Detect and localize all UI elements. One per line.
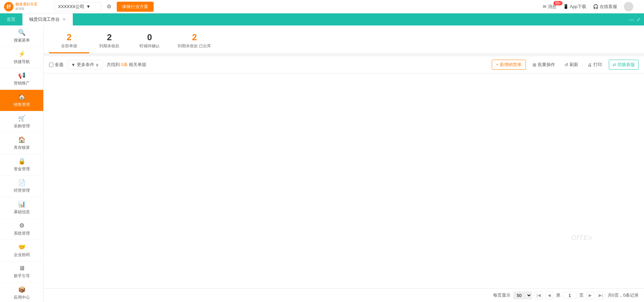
sidebar-operations-label: 经营管理 [14, 188, 30, 193]
page-number-input[interactable] [563, 292, 577, 299]
refresh-icon: ↺ [565, 62, 568, 67]
sidebar-item-operations[interactable]: 📄 经营管理 [0, 176, 43, 197]
enterprise-icon: 🤝 [18, 243, 25, 251]
finance-icon: 🔒 [18, 158, 25, 165]
main-layout: 🔍 搜索菜单 ⚡ 快捷导航 📢 营销推广 🏠 销售管理 🛒 采购管理 🏠 库存核… [0, 25, 644, 302]
table-area [44, 73, 644, 288]
add-order-button[interactable]: + 新增销货单 [492, 60, 526, 70]
refresh-label: 刷新 [570, 62, 578, 68]
quick-nav-icon: ⚡ [18, 50, 25, 58]
card-shipped-overdue[interactable]: 2 到期未收款 已出库 [170, 29, 219, 53]
top-right-area: ✉ 消息 99+ 📱 App下载 🎧 在线客服 [543, 2, 640, 11]
nav-tabs: 首页 钱货日清工作台 ✕ — ⤢ [0, 13, 644, 25]
company-name: XXXXXX公司 [58, 4, 84, 10]
switch-version-button[interactable]: ⇄ 切换新版 [609, 60, 639, 70]
guide-icon: 🖥 [19, 265, 25, 272]
toolbar: 全选 ▼ 更多条件 ∨ 共找到 0条 相关单据 + 新增销货单 ⊞ 批量操作 ↺ [44, 56, 644, 73]
sidebar-item-base-info[interactable]: 📊 基础信息 [0, 197, 43, 219]
top-bar: 好 畅捷通好生意 标准版 XXXXXX公司 ▼ ⚙ 体验行业方案 ✉ 消息 99… [0, 0, 644, 13]
card-overdue-receivable[interactable]: 2 到期未收款 [89, 29, 129, 53]
filter-button[interactable]: ▼ 更多条件 ∨ [67, 60, 103, 69]
next-page-button[interactable]: ▶ [586, 291, 594, 299]
message-button[interactable]: ✉ 消息 99+ [543, 4, 556, 10]
logo-area: 好 畅捷通好生意 标准版 [4, 2, 48, 11]
prev-page-button[interactable]: ◀ [545, 291, 553, 299]
sidebar-system-label: 系统管理 [14, 231, 30, 236]
card-all-orders[interactable]: 2 全部单据 [49, 29, 89, 53]
tab-home[interactable]: 首页 [0, 13, 22, 25]
sidebar-baseinfo-label: 基础信息 [14, 209, 30, 215]
page-size-select[interactable]: 50 10 20 100 [513, 292, 532, 299]
sidebar-item-sales[interactable]: 🏠 销售管理 [0, 90, 43, 111]
batch-icon: ⊞ [533, 62, 536, 67]
tab-home-label: 首页 [7, 16, 15, 22]
search-icon: 🔍 [18, 29, 25, 36]
sidebar-search-label: 搜索菜单 [14, 38, 30, 43]
app-download-label: App下载 [570, 4, 586, 10]
sidebar-purchase-label: 采购管理 [14, 123, 30, 129]
sidebar-item-enterprise[interactable]: 🤝 企业协同 [0, 240, 43, 261]
batch-operation-button[interactable]: ⊞ 批量操作 [530, 60, 558, 69]
card-shipped-label: 到期未收款 已出库 [178, 43, 211, 49]
tab-close-icon[interactable]: ✕ [62, 17, 66, 22]
sidebar-item-inventory[interactable]: 🏠 库存核算 [0, 133, 43, 154]
found-prefix: 共找到 [107, 62, 120, 67]
select-all-label: 全选 [55, 62, 63, 68]
sidebar-item-quick-nav[interactable]: ⚡ 快捷导航 [0, 47, 43, 68]
first-page-button[interactable]: |◀ [535, 291, 543, 299]
refresh-button[interactable]: ↺ 刷新 [562, 60, 581, 69]
sidebar-enterprise-label: 企业协同 [14, 252, 30, 258]
sales-icon: 🏠 [18, 93, 25, 101]
card-pending-confirm[interactable]: 0 旺铺待确认 [129, 29, 170, 53]
sidebar-item-guide[interactable]: 🖥 新手引导 [0, 261, 43, 283]
select-all-checkbox[interactable] [49, 63, 53, 67]
sidebar-item-marketing[interactable]: 📢 营销推广 [0, 68, 43, 90]
minimize-icon[interactable]: — [629, 17, 634, 22]
system-icon: ⚙ [19, 222, 24, 229]
sidebar-item-app-center[interactable]: 📦 应用中心 [0, 283, 43, 302]
sidebar: 🔍 搜索菜单 ⚡ 快捷导航 📢 营销推广 🏠 销售管理 🛒 采购管理 🏠 库存核… [0, 25, 44, 302]
sidebar-guide-label: 新手引导 [14, 273, 30, 279]
toolbar-right: + 新增销货单 ⊞ 批量操作 ↺ 刷新 🖨 打印 ⇄ 切换新版 [492, 60, 639, 70]
card-all-num: 2 [57, 32, 81, 43]
print-label: 打印 [593, 62, 602, 68]
last-page-button[interactable]: ▶| [597, 291, 605, 299]
purchase-icon: 🛒 [18, 115, 25, 122]
sidebar-item-system[interactable]: ⚙ 系统管理 [0, 219, 43, 240]
tab-workbench-label: 钱货日清工作台 [29, 16, 60, 22]
company-selector[interactable]: XXXXXX公司 ▼ [54, 2, 101, 11]
sidebar-item-search[interactable]: 🔍 搜索菜单 [0, 25, 43, 47]
online-service-button[interactable]: 🎧 在线客服 [593, 4, 617, 10]
card-overdue-label: 到期未收款 [97, 43, 121, 49]
select-all-checkbox-area[interactable]: 全选 [49, 62, 63, 68]
base-info-icon: 📊 [18, 200, 25, 208]
tab-workbench[interactable]: 钱货日清工作台 ✕ [22, 13, 73, 25]
sidebar-item-purchase[interactable]: 🛒 采购管理 [0, 111, 43, 133]
message-icon: ✉ [543, 4, 546, 9]
logo-icon: 好 [4, 2, 13, 11]
online-service-label: 在线客服 [600, 4, 617, 10]
sidebar-quicknav-label: 快捷导航 [14, 59, 30, 65]
pagination-bar: 每页显示 50 10 20 100 |◀ ◀ 第 页 ▶ ▶| 共0页，0条记录 [44, 288, 644, 302]
batch-label: 批量操作 [538, 62, 555, 68]
app-download-icon: 📱 [563, 4, 569, 9]
marketing-icon: 📢 [18, 72, 25, 79]
maximize-icon[interactable]: ⤢ [637, 17, 641, 22]
card-all-label: 全部单据 [57, 43, 81, 49]
avatar[interactable] [624, 2, 633, 11]
found-suffix: 相关单据 [129, 62, 146, 67]
app-download-button[interactable]: 📱 App下载 [563, 4, 586, 10]
sidebar-item-finance[interactable]: 🔒 资金管理 [0, 154, 43, 176]
switch-icon: ⇄ [612, 62, 616, 67]
inventory-icon: 🏠 [18, 136, 25, 143]
operations-icon: 📄 [18, 179, 25, 186]
chevron-filter-icon: ∨ [96, 62, 99, 67]
settings-icon[interactable]: ⚙ [104, 2, 114, 12]
page-label-prefix: 第 [556, 292, 560, 298]
print-button[interactable]: 🖨 打印 [585, 60, 605, 69]
summary-cards: 2 全部单据 2 到期未收款 0 旺铺待确认 2 到期未收款 已出库 [44, 25, 644, 54]
logo-badge: 标准版 [15, 7, 38, 11]
trial-button[interactable]: 体验行业方案 [117, 2, 154, 12]
print-icon: 🖨 [588, 62, 592, 67]
filter-label: 更多条件 [77, 62, 94, 68]
